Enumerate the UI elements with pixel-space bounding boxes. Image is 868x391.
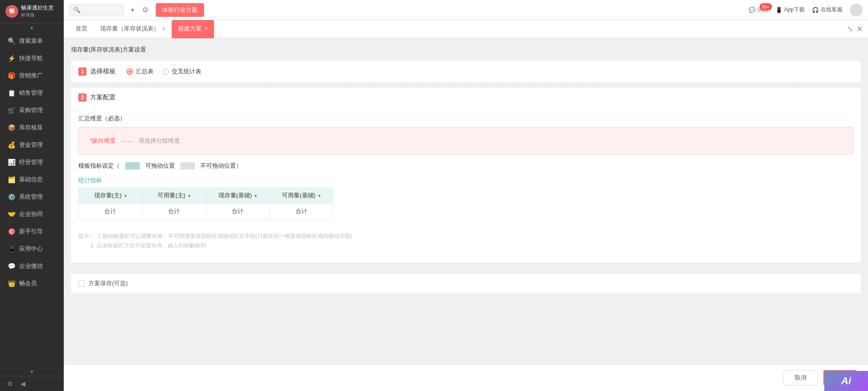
radio-crosstab-circle	[163, 68, 169, 75]
sidebar-scroll-up[interactable]: ▲	[0, 23, 64, 32]
search-magnify-icon: 🔍	[73, 6, 81, 13]
cell-0-2: 合计	[206, 204, 270, 219]
search-icon: 🔍	[7, 37, 15, 45]
topbar-dropdown[interactable]: ▾	[128, 5, 137, 15]
save-checkbox[interactable]	[78, 280, 85, 287]
newbie-icon: 🎯	[7, 227, 15, 236]
sidebar-item-basic-info[interactable]: 🗂️ 基础信息	[0, 171, 64, 188]
scheme-config-body: 汇总维度（必选） *纵向维度 —— 请选择分组维度 模板指标设定（ 可拖动位置 …	[71, 107, 861, 262]
sidebar-item-enterprise[interactable]: 🤝 企业协同	[0, 206, 64, 223]
sidebar-item-operations[interactable]: 📊 经营管理	[0, 154, 64, 171]
tab-bar: 首页 现存量（库存状况表） × 新建方案 × ⤡ ✕	[64, 20, 868, 38]
col-header-3[interactable]: 可用量(基辅) ▾	[270, 188, 333, 203]
cancel-button[interactable]: 取消	[783, 370, 818, 386]
sidebar-item-search-menu[interactable]: 🔍 搜索菜单	[0, 32, 64, 50]
sidebar-item-purchase[interactable]: 🛒 采购管理	[0, 102, 64, 119]
operations-icon: 📊	[7, 158, 15, 166]
page-title: 现存量(库存状况表)方案设置	[71, 46, 861, 54]
enterprise-icon: 🤝	[7, 210, 15, 218]
tip-1: 提示： 1.拖动标题栏可以调整布局，不可跨维度或指标区域拖动栏目字段(只能在同一…	[78, 232, 853, 240]
sidebar-item-quick-nav[interactable]: ⚡ 快捷导航	[0, 50, 64, 67]
col-header-0[interactable]: 现存量(主) ▾	[79, 188, 143, 203]
online-service-button[interactable]: 🎧 在线客服	[812, 6, 842, 14]
vip-icon: 👑	[7, 279, 15, 288]
inventory-icon: 📦	[7, 123, 15, 132]
sales-icon: 📋	[7, 89, 15, 97]
sidebar-logo: 畅 畅康通好生意 标准版	[0, 0, 64, 23]
sidebar-item-app-center[interactable]: 📱 应用中心	[0, 240, 64, 257]
section-divider	[71, 268, 861, 268]
phone-icon: 📱	[776, 7, 782, 13]
sidebar-item-sales[interactable]: 📋 销售管理	[0, 84, 64, 102]
step2-header: 2 方案配置	[71, 88, 861, 107]
col-1-chevron-icon[interactable]: ▾	[188, 193, 190, 198]
ai-badge[interactable]: Ai	[824, 371, 868, 391]
step1-number: 1	[78, 67, 87, 76]
step2-number: 2	[78, 93, 87, 102]
save-label: 方案保存(可选)	[88, 279, 128, 288]
tabs-right-actions: ⤡ ✕	[847, 25, 863, 33]
col-3-chevron-icon[interactable]: ▾	[318, 193, 321, 198]
draggable-badge	[125, 162, 140, 170]
topbar: 🔍 ▾ ⚙ 体验行业方案 💬 消息 99+ 📱 App下载 🎧 在线客服	[64, 0, 868, 20]
search-box[interactable]: 🔍	[69, 4, 124, 15]
col-header-2[interactable]: 现存量(基辅) ▾	[206, 188, 270, 203]
stats-table-row-0: 合计 合计 合计 合计	[79, 203, 333, 219]
col-2-chevron-icon[interactable]: ▾	[255, 193, 257, 198]
sidebar-item-inventory[interactable]: 📦 库存核算	[0, 119, 64, 136]
radio-summary[interactable]: 汇总表	[127, 67, 153, 76]
dimension-area[interactable]: *纵向维度 —— 请选择分组维度	[78, 127, 853, 154]
col-0-chevron-icon[interactable]: ▾	[124, 193, 127, 198]
radio-crosstab[interactable]: 交叉统计表	[163, 67, 201, 76]
sidebar-scroll-down[interactable]: ▼	[0, 367, 64, 376]
user-avatar[interactable]	[850, 4, 863, 16]
template-radio-group: 汇总表 交叉统计表	[127, 67, 201, 76]
app-download-button[interactable]: 📱 App下载	[776, 6, 805, 14]
quick-nav-icon: ⚡	[7, 54, 15, 62]
dimension-required-star: *纵向维度	[90, 137, 116, 145]
headset-icon: 🎧	[812, 7, 819, 13]
step2-section: 2 方案配置 汇总维度（必选） *纵向维度 —— 请选择分组维度 模板指标设定（…	[71, 88, 861, 262]
search-input[interactable]	[82, 7, 119, 13]
tab-close-new-scheme[interactable]: ×	[204, 26, 208, 32]
logo-text: 畅康通好生意 标准版	[21, 5, 54, 18]
cell-0-0: 合计	[79, 204, 143, 219]
indicator-settings-row: 模板指标设定（ 可拖动位置 不可拖动位置）	[78, 162, 853, 170]
step1-section: 1 选择模板 汇总表 交叉统计表	[71, 61, 861, 82]
sidebar-item-enterprise-wechat[interactable]: 💬 企业微信	[0, 257, 64, 275]
cell-0-1: 合计	[143, 204, 206, 219]
close-panel-icon[interactable]: ✕	[857, 25, 863, 33]
dimension-dash: ——	[121, 138, 133, 144]
gear-button[interactable]: ⚙	[140, 4, 150, 16]
sidebar-item-marketing[interactable]: 🎁 营销推广	[0, 67, 64, 84]
maximize-icon[interactable]: ⤡	[847, 25, 853, 33]
sidebar-item-system[interactable]: ⚙️ 系统管理	[0, 188, 64, 206]
summary-dimension-label: 汇总维度（必选）	[78, 114, 853, 123]
tab-inventory-status[interactable]: 现存量（库存状况表） ×	[94, 20, 172, 38]
finance-icon: 💰	[7, 141, 15, 149]
sidebar-item-newbie[interactable]: 🎯 新手引导	[0, 223, 64, 240]
message-button[interactable]: 💬 消息 99+	[749, 6, 768, 14]
trial-button[interactable]: 体验行业方案	[156, 3, 204, 17]
logo-icon: 畅	[5, 5, 18, 18]
tip-2: 2. 点击标题栏下拉可设置排序、插入列和删除列	[78, 242, 853, 250]
tab-new-scheme[interactable]: 新建方案 ×	[172, 20, 214, 38]
col-header-1[interactable]: 可用量(主) ▾	[143, 188, 206, 203]
app-center-icon: 📱	[7, 245, 15, 253]
chevron-down-icon: ▾	[131, 7, 134, 13]
sidebar-item-finance[interactable]: 💰 资金管理	[0, 136, 64, 154]
step1-header: 1 选择模板	[78, 67, 116, 76]
sidebar-item-vip[interactable]: 👑 畅会员	[0, 275, 64, 292]
indicator-label-text: 模板指标设定（	[78, 162, 120, 170]
stats-table-header: 现存量(主) ▾ 可用量(主) ▾ 现存量(基辅) ▾ 可用量(基辅)	[79, 188, 333, 203]
marketing-icon: 🎁	[7, 72, 15, 80]
stats-table: 现存量(主) ▾ 可用量(主) ▾ 现存量(基辅) ▾ 可用量(基辅)	[78, 187, 333, 220]
settings-icon[interactable]: ⚙	[7, 380, 13, 387]
enterprise-wechat-icon: 💬	[7, 262, 15, 270]
topbar-right: 💬 消息 99+ 📱 App下载 🎧 在线客服	[749, 4, 863, 16]
tab-home[interactable]: 首页	[69, 20, 94, 38]
step2-label: 方案配置	[90, 93, 116, 102]
audio-icon[interactable]: ◀	[20, 380, 26, 387]
tab-close-inventory[interactable]: ×	[162, 26, 165, 32]
main-area: 🔍 ▾ ⚙ 体验行业方案 💬 消息 99+ 📱 App下载 🎧 在线客服	[64, 0, 868, 391]
